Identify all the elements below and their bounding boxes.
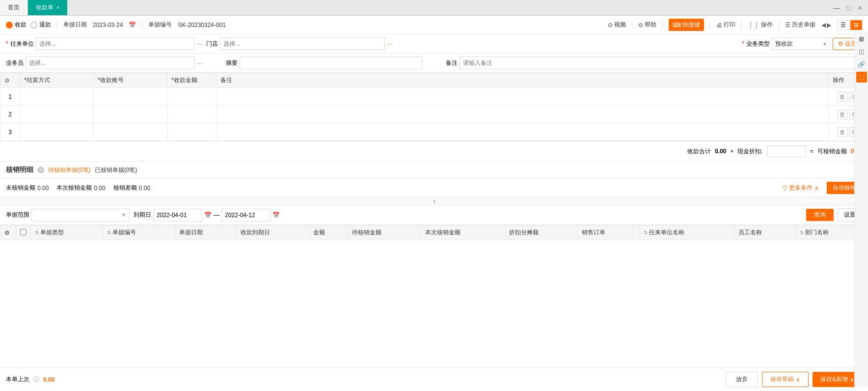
number-value: SK-20230324-001 bbox=[178, 22, 225, 28]
discard-btn[interactable]: 放弃 bbox=[726, 372, 758, 387]
query-btn[interactable]: 查询 bbox=[806, 209, 834, 221]
biz-type-select[interactable]: 预收款 ▼ bbox=[772, 37, 831, 50]
form-row2: 业务员 ··· 摘要 备注 bbox=[0, 54, 868, 73]
sidebar-icon-active[interactable]: ⬚ bbox=[856, 72, 867, 83]
footer: 本单上次 ⓘ 0.00 放弃 保存草稿 ∧ 保存&新增 ∧ bbox=[0, 367, 868, 391]
tab-close-icon[interactable]: × bbox=[56, 5, 59, 10]
staff-input[interactable] bbox=[26, 56, 194, 69]
save-chevron-icon: ∧ bbox=[850, 376, 854, 383]
biz-type-required: * bbox=[742, 40, 744, 47]
row3-settle[interactable] bbox=[20, 123, 94, 141]
select-all-checkbox[interactable] bbox=[20, 229, 27, 235]
help-btn[interactable]: ⊙ 帮助 bbox=[638, 21, 656, 29]
right-sidebar: ▦ ◫ 🔗 ⬚ bbox=[854, 31, 868, 387]
date-label: 单据日期 bbox=[63, 21, 87, 29]
table-gear-icon[interactable]: ⚙ bbox=[4, 77, 10, 84]
table2-gear-icon[interactable]: ⚙ bbox=[4, 229, 10, 236]
total-label: 收款合计 bbox=[687, 147, 711, 156]
row2-delete-icon[interactable]: 🗑 bbox=[838, 110, 847, 119]
info-icon[interactable]: i bbox=[37, 167, 44, 173]
diff-stat: 核销差额 0.00 bbox=[113, 184, 150, 192]
gear-icon: ⚙ bbox=[838, 40, 843, 47]
th-checkbox-col bbox=[16, 225, 31, 240]
sidebar-icon-link[interactable]: 🔗 bbox=[856, 59, 867, 70]
row1-account[interactable] bbox=[94, 88, 167, 106]
th-amount-label2: 金额 bbox=[313, 229, 325, 236]
biz-type-group: * 业务类型 预收款 ▼ ⚙ 设置 bbox=[742, 37, 862, 50]
th-action-label: 操作 bbox=[833, 77, 844, 84]
sidebar-icon-doc[interactable]: ◫ bbox=[856, 46, 867, 57]
th-current-amount: 本次核销金额 bbox=[421, 225, 505, 240]
remark-input[interactable] bbox=[460, 56, 862, 69]
print-label: 打印 bbox=[724, 21, 735, 29]
th-staff: 员工名称 bbox=[734, 225, 795, 240]
divider6 bbox=[741, 21, 742, 29]
row1-settle[interactable] bbox=[20, 88, 94, 106]
staff-more-icon[interactable]: ··· bbox=[196, 59, 202, 67]
row3-remark[interactable] bbox=[217, 123, 829, 141]
row2-settle[interactable] bbox=[20, 106, 94, 123]
row1-delete-icon[interactable]: 🗑 bbox=[838, 92, 847, 102]
pending-tab[interactable]: 待核销单据(0笔) bbox=[48, 166, 91, 174]
save-new-label: 保存&新增 bbox=[820, 375, 848, 384]
row3-delete-icon[interactable]: 🗑 bbox=[838, 127, 847, 137]
radio-tuikuan[interactable]: 退款 bbox=[30, 21, 51, 29]
shortcut-btn[interactable]: ⌨ 快捷键 bbox=[669, 19, 704, 31]
chevron-up-icon: ∧ bbox=[814, 185, 819, 192]
th-dept-label: 部门名称 bbox=[805, 229, 829, 236]
store-more-icon[interactable]: ··· bbox=[387, 40, 393, 48]
radio-shoukuan[interactable]: 收款 bbox=[6, 21, 27, 29]
more-conditions-btn[interactable]: ▽ 更多条件 ∧ bbox=[783, 184, 819, 192]
order-info-icon[interactable]: ⓘ bbox=[33, 375, 39, 384]
row1-amount[interactable] bbox=[167, 88, 217, 106]
date-value: 2023-03-24 bbox=[93, 22, 123, 28]
counterparty-input[interactable] bbox=[36, 37, 195, 50]
counterparty-group: * 往来单位 ··· bbox=[6, 37, 202, 50]
tab-home[interactable]: 首页 bbox=[0, 0, 28, 15]
top-toolbar: 收款 退款 单据日期 2023-03-24 📅 单据编号 SK-20230324… bbox=[0, 16, 868, 34]
radio-shoukuan-circle bbox=[6, 22, 13, 28]
date-from-input[interactable] bbox=[153, 209, 202, 222]
operation-btn[interactable]: ⋮⋮ 操作 bbox=[748, 21, 773, 29]
print-btn[interactable]: 🖨 打印 bbox=[716, 21, 735, 29]
counterparty-more-icon[interactable]: ··· bbox=[196, 40, 202, 48]
calendar-icon[interactable]: 📅 bbox=[129, 22, 136, 28]
th-doc-date-label: 单据日期 bbox=[179, 229, 203, 236]
save-draft-btn[interactable]: 保存草稿 ∧ bbox=[762, 372, 809, 387]
row1-remark[interactable] bbox=[217, 88, 829, 106]
radio-tuikuan-label: 退款 bbox=[39, 21, 51, 29]
minimize-btn[interactable]: — bbox=[833, 4, 841, 12]
plus-sign: + bbox=[730, 148, 733, 155]
calendar-from-icon[interactable]: 📅 bbox=[204, 212, 212, 219]
close-btn[interactable]: × bbox=[856, 4, 864, 12]
date-to-input[interactable] bbox=[221, 209, 271, 222]
main-area: 收款 退款 单据日期 2023-03-24 📅 单据编号 SK-20230324… bbox=[0, 16, 868, 391]
filter-collapse-indicator: ∨ bbox=[0, 197, 868, 205]
th-sales-order-label: 销售订单 bbox=[582, 229, 605, 236]
current-label: 本次核销金额 bbox=[56, 184, 92, 192]
row2-account[interactable] bbox=[94, 106, 167, 123]
list-view-btn[interactable]: ☰ bbox=[837, 20, 849, 30]
calendar-to-icon[interactable]: 📅 bbox=[272, 212, 280, 219]
nav-next[interactable]: ▶ bbox=[827, 22, 831, 28]
sidebar-icon-table[interactable]: ▦ bbox=[856, 33, 867, 44]
store-input[interactable] bbox=[220, 37, 385, 50]
bottom-table-container[interactable]: ⚙ ⇅ 单据类型 ⇅ 单据编号 bbox=[0, 225, 868, 367]
history-btn[interactable]: ☰ 历史单据 bbox=[785, 21, 815, 29]
tab-shoukuan[interactable]: 收款单 × bbox=[28, 0, 67, 15]
row2-amount[interactable] bbox=[167, 106, 217, 123]
done-tab[interactable]: 已核销单据(0笔) bbox=[95, 166, 137, 174]
row2-remark[interactable] bbox=[217, 106, 829, 123]
summary-input[interactable] bbox=[240, 56, 422, 69]
discount-input[interactable] bbox=[767, 145, 806, 157]
maximize-btn[interactable]: □ bbox=[844, 4, 852, 12]
video-btn[interactable]: ⊙ 视频 bbox=[608, 21, 626, 29]
row3-amount[interactable] bbox=[167, 123, 217, 141]
range-select[interactable]: ▼ bbox=[31, 209, 130, 222]
grid-view-btn[interactable]: ⊞ bbox=[850, 20, 862, 30]
nav-prev[interactable]: ◀ bbox=[821, 22, 826, 28]
th-amount: *收款金额 bbox=[167, 73, 217, 88]
th-account: *收款账号 bbox=[94, 73, 167, 88]
th-doc-type-label: 单据类型 bbox=[40, 229, 64, 236]
row3-account[interactable] bbox=[94, 123, 167, 141]
